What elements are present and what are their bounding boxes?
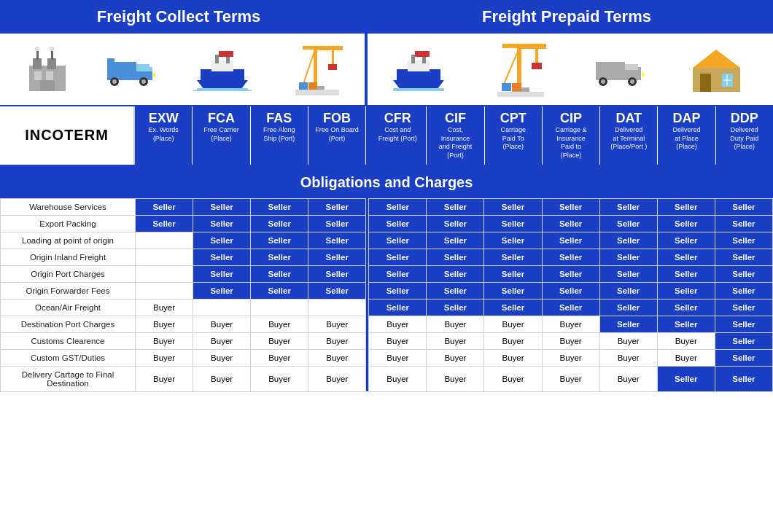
incoterm-cell-cpt: CPTCarriagePaid To(Place) <box>485 106 543 165</box>
obligation-cell: Seller <box>657 265 715 282</box>
svg-rect-10 <box>107 62 136 80</box>
svg-rect-1 <box>33 58 42 69</box>
row-label: Origin Inland Freight <box>1 249 136 265</box>
incoterm-cell-fob: FOBFree On Board(Port) <box>308 106 366 165</box>
obligation-cell: Seller <box>599 249 657 265</box>
port-crane-icon <box>288 42 346 97</box>
obligation-cell: Buyer <box>136 366 193 391</box>
obligation-cell: Seller <box>657 316 715 332</box>
obligation-cell: Seller <box>484 299 542 316</box>
obligation-cell: Seller <box>369 232 427 249</box>
obligation-cell: Seller <box>369 198 427 215</box>
obligation-cell: Seller <box>484 232 542 249</box>
row-label: Custom GST/Duties <box>1 349 136 366</box>
svg-point-8 <box>35 47 39 51</box>
obligation-cell: Seller <box>369 215 427 232</box>
table-row: Delivery Cartage to Final DestinationBuy… <box>1 366 773 391</box>
row-label: Customs Clearence <box>1 332 136 349</box>
row-label: Destination Port Charges <box>1 316 136 332</box>
obligation-cell: Seller <box>657 232 715 249</box>
obligation-cell <box>193 299 251 316</box>
obligation-cell: Seller <box>657 198 715 215</box>
svg-rect-50 <box>532 63 542 69</box>
obligation-cell: Buyer <box>599 332 657 349</box>
row-label: Origin Port Charges <box>1 265 136 282</box>
obligation-cell: Seller <box>542 249 599 265</box>
svg-rect-62 <box>642 73 644 77</box>
svg-rect-41 <box>411 55 415 63</box>
row-label: Export Packing <box>1 215 136 232</box>
table-row: Origin Inland FreightSellerSellerSellerS… <box>1 249 773 265</box>
obligation-cell: Seller <box>427 232 484 249</box>
obligation-cell: Buyer <box>136 316 193 332</box>
obligation-cell: Buyer <box>136 349 193 366</box>
table-row: Loading at point of originSellerSellerSe… <box>1 232 773 249</box>
svg-rect-19 <box>153 73 155 77</box>
obligation-cell: Seller <box>715 215 772 232</box>
table-row: Origin Port ChargesSellerSellerSellerSel… <box>1 265 773 282</box>
obligation-cell: Seller <box>542 299 599 316</box>
obligation-cell: Seller <box>599 215 657 232</box>
svg-rect-36 <box>299 82 308 90</box>
svg-line-30 <box>303 50 315 86</box>
main-container: Freight Collect Terms Freight Prepaid Te… <box>0 0 773 392</box>
header-row: Freight Collect Terms Freight Prepaid Te… <box>0 0 773 34</box>
obligation-cell: Buyer <box>251 349 308 366</box>
incoterm-label: INCOTERM <box>0 106 135 165</box>
svg-rect-52 <box>497 92 544 97</box>
obligation-cell: Seller <box>715 282 772 299</box>
obligation-cell: Seller <box>136 198 193 215</box>
obligation-cell: Seller <box>542 232 599 249</box>
obligation-cell: Seller <box>657 282 715 299</box>
svg-point-59 <box>601 79 605 84</box>
svg-rect-35 <box>295 90 339 95</box>
obligation-cell: Seller <box>715 198 772 215</box>
obligation-cell: Seller <box>715 249 772 265</box>
obligation-cell: Seller <box>427 282 484 299</box>
obligation-cell: Seller <box>715 366 772 391</box>
obligation-cell: Buyer <box>542 332 599 349</box>
obligation-cell: Buyer <box>484 332 542 349</box>
obligation-cell: Seller <box>369 299 427 316</box>
table-row: Customs ClearenceBuyerBuyerBuyerBuyerBuy… <box>1 332 773 349</box>
obligation-cell: Buyer <box>251 366 308 391</box>
svg-line-47 <box>502 48 519 87</box>
svg-point-61 <box>630 79 634 84</box>
factory-icon <box>26 44 69 95</box>
table-row: Destination Port ChargesBuyerBuyerBuyerB… <box>1 316 773 332</box>
row-label: Ocean/Air Freight <box>1 299 136 316</box>
obligation-cell: Seller <box>308 232 366 249</box>
obligation-cell: Seller <box>427 299 484 316</box>
obligation-cell: Buyer <box>369 366 427 391</box>
svg-point-9 <box>50 47 54 51</box>
obligation-cell: Seller <box>369 265 427 282</box>
row-label: Warehouse Services <box>1 198 136 215</box>
obligation-cell: Seller <box>599 299 657 316</box>
incoterm-cell-exw: EXWEx. Words(Place) <box>135 106 193 165</box>
obligation-cell: Seller <box>715 316 772 332</box>
incoterm-cell-dat: DATDeliveredat Terminal(Place/Port ) <box>600 106 658 165</box>
obligation-cell: Seller <box>599 316 657 332</box>
obligation-cell: Seller <box>715 332 772 349</box>
svg-rect-57 <box>625 64 638 70</box>
svg-point-15 <box>112 79 117 84</box>
obligation-cell: Buyer <box>427 316 484 332</box>
obligations-header: Obligations and Charges <box>0 167 773 198</box>
obligation-cell: Buyer <box>136 332 193 349</box>
obligation-cell: Buyer <box>542 366 599 391</box>
obligation-cell: Seller <box>484 249 542 265</box>
obligation-cell: Buyer <box>484 366 542 391</box>
obligation-cell: Seller <box>715 349 772 366</box>
obligation-cell: Seller <box>657 299 715 316</box>
obligation-cell: Seller <box>599 265 657 282</box>
obligation-cell: Seller <box>715 232 772 249</box>
table-row: Origin Forwarder FeesSellerSellerSellerS… <box>1 282 773 299</box>
obligation-cell: Buyer <box>657 332 715 349</box>
obligation-cell: Seller <box>308 198 366 215</box>
svg-rect-3 <box>47 58 56 69</box>
obligation-cell: Seller <box>542 198 599 215</box>
prepaid-ship-icon <box>389 47 448 91</box>
obligation-cell: Seller <box>251 232 308 249</box>
obligation-cell: Buyer <box>599 349 657 366</box>
obligation-cell: Seller <box>427 215 484 232</box>
